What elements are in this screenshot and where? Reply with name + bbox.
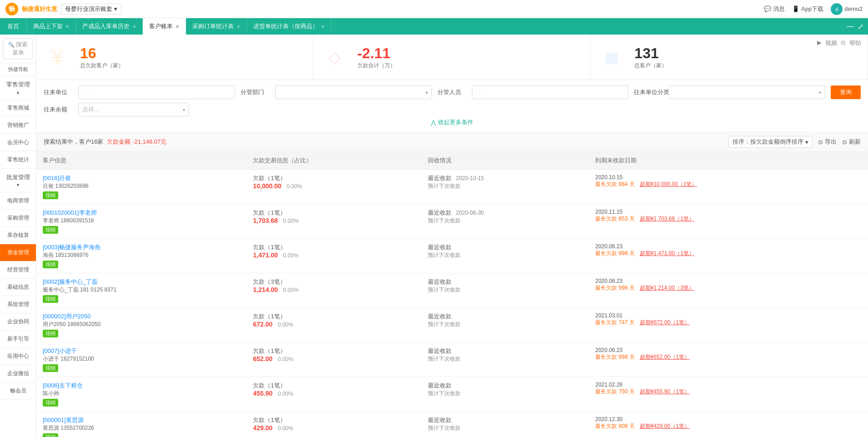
sidebar-item-ecommerce[interactable]: 电商管理 <box>0 192 36 210</box>
customer-name-4[interactable]: [000002]用户2050 <box>43 312 240 321</box>
message-icon: 💬 <box>764 5 771 12</box>
sidebar-item-basic-info[interactable]: 基础信息 <box>0 279 36 296</box>
tab-customer[interactable]: 客户账本 ✕ <box>143 18 186 35</box>
sidebar-item-finance[interactable]: 资金管理 <box>0 244 36 261</box>
customer-name-5[interactable]: [0007]小进干 <box>43 347 240 355</box>
overdue-amount-2[interactable]: 超期¥1,471.00（1笔） <box>640 250 694 256</box>
customer-name-6[interactable]: [0006]去下粮仓 <box>43 382 240 390</box>
customer-phone-7: 黄思源 13552700226 <box>43 424 240 432</box>
debt-amount-1[interactable]: 1,703.68 <box>253 217 278 224</box>
search-button[interactable]: 查询 <box>831 85 861 99</box>
filter-row-1: 往来单位 ··· 分管部门 ▾ 分管人员 ··· <box>44 85 861 99</box>
debt-amount-5[interactable]: 652.00 <box>253 355 272 362</box>
customer-name-7[interactable]: [000001]黄思源 <box>43 416 240 424</box>
minimize-icon[interactable]: — <box>847 22 854 30</box>
refresh-button[interactable]: ⊙ 刷新 <box>842 138 861 146</box>
unit-category-filter: 往来单位分类 ▾ <box>634 85 825 99</box>
sidebar-item-guide[interactable]: 新手引导 <box>0 331 36 348</box>
toggle-more-conditions[interactable]: ⋀ 收起更多条件 <box>44 116 861 128</box>
sidebar-item-enterprise[interactable]: 企业协同 <box>0 313 36 331</box>
overdue-amount-6[interactable]: 超期¥455.90（1笔） <box>640 388 690 395</box>
customer-cell-4: [000002]用户2050 用户2050 18665062050 现销 <box>36 308 246 342</box>
sidebar-item-retail-mall[interactable]: 零售商城 <box>0 100 36 117</box>
close-icon[interactable]: ✕ <box>321 24 325 29</box>
unit-category-select[interactable]: ▾ <box>668 85 825 99</box>
debt-amount-7[interactable]: 429.00 <box>253 424 272 432</box>
sidebar-item-members[interactable]: 会员中心 <box>0 134 36 151</box>
overdue-amount-4[interactable]: 超期¥672.00（1笔） <box>640 319 690 326</box>
customer-tag-6: 现销 <box>43 399 58 407</box>
overdue-days-5: 最长欠款 998 天 <box>595 354 635 360</box>
next-collect-1: 预计下次收款 <box>428 217 582 225</box>
overdue-days-2: 最长欠款 998 天 <box>595 250 635 256</box>
sidebar-item-retail-stats[interactable]: 零售统计 <box>0 151 36 169</box>
sidebar-item-vip[interactable]: 畅会员 <box>0 382 36 400</box>
customer-name-2[interactable]: [0003]畅捷服务尹海燕 <box>43 243 240 251</box>
overdue-amount-7[interactable]: 超期¥429.00（1笔） <box>640 423 690 429</box>
debt-ratio-3: 0.00% <box>283 287 299 293</box>
sidebar-item-inventory[interactable]: 库存核算 <box>0 227 36 244</box>
stat-top-actions: ▶ 视频 ⊙ 帮助 <box>817 39 861 47</box>
next-collect-2: 预计下次收款 <box>428 251 582 259</box>
sidebar-item-app-center[interactable]: 应用中心 <box>0 348 36 365</box>
debt-amount-2[interactable]: 1,471.00 <box>253 251 278 259</box>
debt-amount-3[interactable]: 1,214.00 <box>253 286 278 293</box>
help-label[interactable]: 帮助 <box>849 39 861 47</box>
search-menu-button[interactable]: 🔍 搜索菜单 <box>3 38 33 59</box>
maximize-icon[interactable]: ⤢ <box>858 22 863 31</box>
chevron-down-icon: ▾ <box>805 139 808 146</box>
tab-bar-actions: — ⤢ <box>842 18 868 35</box>
export-button[interactable]: ⊙ 导出 <box>818 138 837 146</box>
close-icon[interactable]: ✕ <box>176 24 179 29</box>
tab-home[interactable]: 首页 <box>0 18 27 35</box>
chevron-down-icon: ▲ <box>16 90 20 95</box>
branch-person-input[interactable]: ··· <box>472 85 629 99</box>
overdue-amount-5[interactable]: 超期¥652.00（1笔） <box>640 354 690 360</box>
balance-select[interactable]: 选择... ▾ <box>78 103 189 116</box>
customer-cell-7: [000001]黄思源 黄思源 13552700226 现销 <box>36 412 246 437</box>
top-bar: 畅 畅捷通好生意 母婴行业演示账套 ▾ 💬 消息 📱 App下载 d demo2 <box>0 0 868 18</box>
branch-dept-select[interactable]: ▾ <box>275 85 432 99</box>
balance-label: 往来余额 <box>44 105 75 114</box>
store-selector[interactable]: 母婴行业演示账套 ▾ <box>61 4 121 15</box>
collect-date-5 <box>453 348 456 354</box>
overdue-amount-0[interactable]: 超期¥10,000.00（1笔） <box>640 181 697 187</box>
sort-button[interactable]: 排序：按欠款金额倒序排序 ▾ <box>728 136 813 148</box>
stat-debt-customers: ¥ 16 总欠款客户（家） <box>36 35 314 80</box>
close-icon[interactable]: ✕ <box>132 24 136 29</box>
from-unit-input[interactable]: ··· <box>78 85 235 99</box>
sidebar-item-retail-mgmt[interactable]: 零售管理 ▲ <box>0 76 36 100</box>
sidebar-item-wechat[interactable]: 企业微信 <box>0 365 36 382</box>
overdue-amount-3[interactable]: 超期¥1,214.00（3笔） <box>640 285 694 291</box>
sidebar-item-marketing[interactable]: 营销推广 <box>0 117 36 134</box>
export-icon: ⊙ <box>818 139 823 146</box>
customer-name-3[interactable]: [0002]服务中心_丁磊 <box>43 278 240 286</box>
tab-goods-stats[interactable]: 进货单统计表（按商品） ✕ <box>247 18 331 35</box>
tab-production[interactable]: 产成品入库单历史 ✕ <box>76 18 143 35</box>
view-label[interactable]: 视频 <box>825 39 837 47</box>
customer-tag-7: 现销 <box>43 433 58 437</box>
sidebar-item-batch-mgmt[interactable]: 批发管理 ▼ <box>0 169 36 192</box>
phone-icon: 📱 <box>792 5 799 12</box>
tab-products[interactable]: 商品上下架 ✕ <box>27 18 76 35</box>
filter-row-2: 往来余额 选择... ▾ <box>44 103 861 116</box>
tab-purchase[interactable]: 采购订单统计表 ✕ <box>186 18 247 35</box>
debt-amount-4[interactable]: 672.00 <box>253 321 272 328</box>
customer-name-0[interactable]: [0016]吕俊 <box>43 174 240 182</box>
debt-amount-6[interactable]: 455.90 <box>253 390 272 397</box>
close-icon[interactable]: ✕ <box>236 24 240 29</box>
sidebar-item-operations[interactable]: 经营管理 <box>0 261 36 279</box>
overdue-amount-1[interactable]: 超期¥1,703.68（1笔） <box>640 216 694 222</box>
debt-amount-0[interactable]: 10,000.00 <box>253 182 281 190</box>
overdue-days-4: 最长欠款 747 天 <box>595 319 635 326</box>
message-button[interactable]: 💬 消息 <box>764 5 785 13</box>
sidebar-item-purchase-mgmt[interactable]: 采购管理 <box>0 210 36 227</box>
customer-name-1[interactable]: [0001020001]李老师 <box>43 209 240 217</box>
overdue-date-2: 2020.06.23 <box>595 243 862 250</box>
collection-cell-5: 最近收款 预计下次收款 <box>421 342 589 377</box>
sidebar-item-system[interactable]: 系统管理 <box>0 296 36 313</box>
user-profile[interactable]: d demo2 <box>831 3 863 15</box>
app-download-button[interactable]: 📱 App下载 <box>792 5 823 13</box>
close-icon[interactable]: ✕ <box>65 24 69 29</box>
sidebar-quick-nav[interactable]: 快捷导航 <box>0 63 36 76</box>
